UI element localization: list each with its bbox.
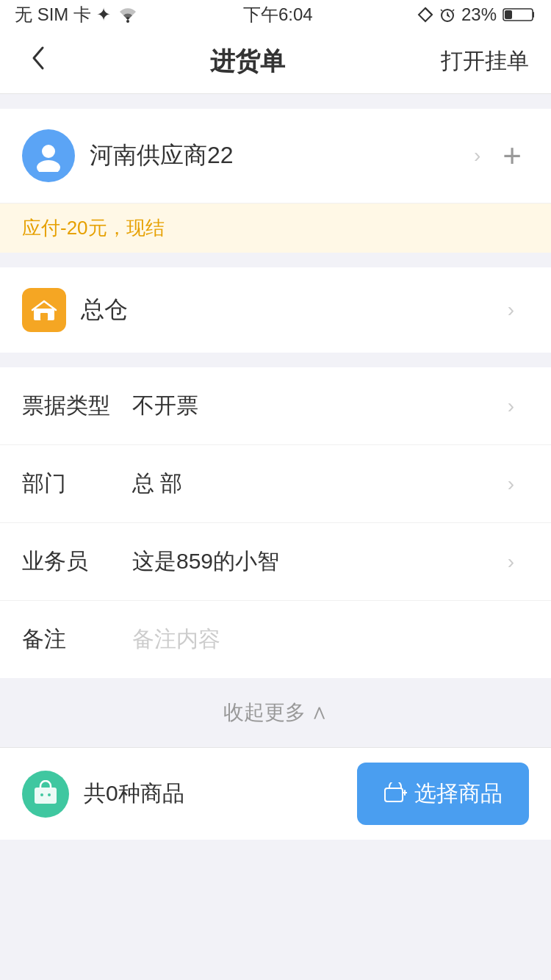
department-row[interactable]: 部门 总 部 ›: [0, 445, 551, 523]
supplier-row[interactable]: 河南供应商22 › +: [0, 109, 551, 203]
ticket-type-value: 不开票: [110, 391, 508, 421]
svg-rect-3: [505, 10, 512, 19]
alarm-icon: [439, 7, 455, 23]
warehouse-name: 总仓: [81, 294, 508, 326]
open-pending-button[interactable]: 打开挂单: [441, 46, 529, 76]
content-area: 河南供应商22 › + 应付-20元，现结 总仓 › 票据类型 不开票: [0, 94, 551, 980]
salesperson-chevron-icon: ›: [508, 550, 514, 574]
bottom-bar: 共0种商品 选择商品: [0, 747, 551, 840]
nav-bar: 进货单 打开挂单: [0, 29, 551, 94]
remark-input[interactable]: 备注内容: [110, 624, 529, 655]
salesperson-value: 这是859的小智: [110, 547, 508, 577]
svg-point-9: [40, 793, 43, 796]
supplier-section: 河南供应商22 › + 应付-20元，现结: [0, 109, 551, 253]
status-right: 23%: [417, 4, 536, 25]
department-label: 部门: [22, 469, 110, 499]
svg-point-4: [42, 145, 55, 158]
salesperson-label: 业务员: [22, 547, 110, 577]
back-button[interactable]: [22, 36, 54, 87]
svg-point-0: [126, 20, 129, 23]
form-section: 票据类型 不开票 › 部门 总 部 › 业务员 这是859的小智 › 备注 备注…: [0, 367, 551, 678]
supplier-name: 河南供应商22: [90, 140, 474, 172]
supplier-avatar: [22, 129, 75, 182]
select-product-label: 选择商品: [414, 779, 503, 809]
product-icon: [22, 771, 69, 818]
cart-icon: [383, 782, 407, 806]
status-bar: 无 SIM 卡 ✦ 下午6:04 23%: [0, 0, 551, 29]
status-left: 无 SIM 卡 ✦: [15, 3, 139, 26]
warehouse-section: 总仓 ›: [0, 267, 551, 353]
salesperson-row[interactable]: 业务员 这是859的小智 ›: [0, 523, 551, 601]
svg-rect-11: [385, 788, 403, 801]
signal-text: 无 SIM 卡 ✦: [15, 3, 111, 26]
warehouse-chevron-icon: ›: [508, 298, 514, 322]
svg-rect-7: [40, 313, 48, 320]
warehouse-row[interactable]: 总仓 ›: [0, 267, 551, 353]
notice-bar: 应付-20元，现结: [0, 203, 551, 253]
section-gap-1: [0, 94, 551, 109]
select-product-button[interactable]: 选择商品: [357, 763, 529, 825]
ticket-type-row[interactable]: 票据类型 不开票 ›: [0, 367, 551, 445]
wifi-icon: [117, 7, 139, 23]
section-gap-2: [0, 253, 551, 267]
status-time: 下午6:04: [243, 3, 313, 26]
remark-label: 备注: [22, 624, 110, 655]
ticket-type-chevron-icon: ›: [508, 394, 514, 418]
supplier-chevron-icon: ›: [474, 144, 480, 167]
battery-icon: [503, 7, 536, 23]
svg-point-5: [37, 160, 60, 172]
department-value: 总 部: [110, 469, 508, 499]
ticket-type-label: 票据类型: [22, 391, 110, 421]
page-title: 进货单: [210, 45, 285, 79]
add-supplier-button[interactable]: +: [495, 137, 529, 174]
location-icon: [417, 7, 433, 23]
remark-row[interactable]: 备注 备注内容: [0, 601, 551, 678]
collapse-label: 收起更多 ∧: [223, 699, 328, 727]
department-chevron-icon: ›: [508, 472, 514, 496]
svg-rect-8: [35, 788, 57, 804]
product-count-text: 共0种商品: [84, 779, 357, 809]
collapse-row[interactable]: 收起更多 ∧: [0, 678, 551, 747]
battery-text: 23%: [461, 4, 497, 25]
warehouse-icon: [22, 288, 66, 332]
svg-point-10: [48, 793, 51, 796]
